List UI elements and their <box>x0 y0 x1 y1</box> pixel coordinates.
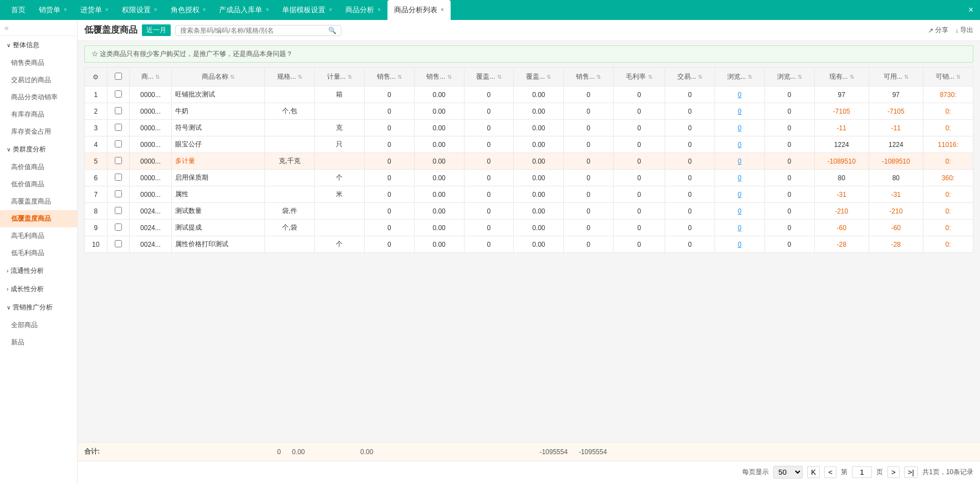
nav-product-analysis-list[interactable]: 商品分析列表 × <box>387 0 451 20</box>
row-browse1[interactable]: 0 <box>714 103 764 120</box>
sidebar-item-traded-goods[interactable]: 交易过的商品 <box>0 72 77 89</box>
next-page-button[interactable]: > <box>887 466 900 478</box>
row-coverage1: 0 <box>464 120 514 136</box>
share-button[interactable]: ↗ 分享 <box>928 26 948 35</box>
sidebar-item-instock-goods[interactable]: 有库存商品 <box>0 106 77 123</box>
sales-qty-column-header[interactable]: 销售... ⇅ <box>364 68 414 87</box>
nav-sales-order[interactable]: 销货单 × <box>32 0 74 20</box>
sidebar-item-sales-goods[interactable]: 销售类商品 <box>0 54 77 72</box>
row-browse1[interactable]: 0 <box>714 203 764 220</box>
browse1-column-header[interactable]: 浏览... ⇅ <box>714 68 764 87</box>
close-icon[interactable]: × <box>203 0 206 20</box>
nav-product-inbound[interactable]: 产成品入库单 × <box>212 0 275 20</box>
row-browse1[interactable]: 0 <box>714 220 764 236</box>
browse2-column-header[interactable]: 浏览... ⇅ <box>764 68 814 87</box>
export-button[interactable]: ↓ 导出 <box>955 26 973 35</box>
nav-template-settings[interactable]: 单据模板设置 × <box>275 0 339 20</box>
close-icon[interactable]: × <box>377 0 381 20</box>
sidebar-section-growth[interactable]: › 成长性分析 <box>0 280 77 298</box>
row-coverage2: 0.00 <box>514 203 564 220</box>
page-input[interactable] <box>852 466 872 478</box>
close-icon[interactable]: × <box>266 0 269 20</box>
row-name[interactable]: 符号测试 <box>172 120 265 136</box>
row-checkbox[interactable] <box>107 103 129 120</box>
time-filter-badge[interactable]: 近一月 <box>142 24 171 36</box>
sidebar-section-marketing[interactable]: ∨ 营销推广分析 <box>0 298 77 317</box>
row-browse1[interactable]: 0 <box>714 136 764 153</box>
sidebar-item-high-gross[interactable]: 高毛利商品 <box>0 227 77 245</box>
available-column-header[interactable]: 可用... ⇅ <box>869 68 923 87</box>
coverage1-column-header[interactable]: 覆盖... ⇅ <box>464 68 514 87</box>
name-column-header[interactable]: 商品名称 ⇅ <box>172 68 265 87</box>
sales3-column-header[interactable]: 销售... ⇅ <box>564 68 614 87</box>
unit-column-header[interactable]: 计量... ⇅ <box>314 68 364 87</box>
row-name[interactable]: 牛奶 <box>172 103 265 120</box>
row-checkbox[interactable] <box>107 186 129 203</box>
nav-home[interactable]: 首页 <box>4 0 32 20</box>
code-column-header[interactable]: 商... ⇅ <box>129 68 172 87</box>
nav-purchase-order[interactable]: 进货单 × <box>74 0 115 20</box>
close-icon[interactable]: × <box>64 0 67 20</box>
row-browse1[interactable]: 0 <box>714 120 764 136</box>
search-input[interactable] <box>180 27 328 34</box>
row-num: 9 <box>85 220 108 236</box>
close-icon[interactable]: × <box>329 0 332 20</box>
sidebar-collapse-button[interactable]: « <box>4 23 9 32</box>
sidebar-item-high-coverage[interactable]: 高覆盖度商品 <box>0 193 77 210</box>
row-checkbox[interactable] <box>107 153 129 170</box>
current-column-header[interactable]: 现有... ⇅ <box>814 68 869 87</box>
per-page-select[interactable]: 50 20 100 <box>773 466 803 479</box>
close-icon[interactable]: × <box>441 0 444 20</box>
search-icon[interactable]: 🔍 <box>328 27 336 34</box>
row-browse1[interactable]: 0 <box>714 87 764 103</box>
sidebar-item-high-value[interactable]: 高价值商品 <box>0 159 77 176</box>
row-name[interactable]: 旺铺批次测试 <box>172 87 265 103</box>
nav-role-auth[interactable]: 角色授权 × <box>164 0 213 20</box>
row-name[interactable]: 属性价格打印测试 <box>172 236 265 253</box>
sidebar-section-circulation[interactable]: › 流通性分析 <box>0 262 77 280</box>
row-checkbox[interactable] <box>107 120 129 136</box>
sellable-column-header[interactable]: 可销... ⇅ <box>923 68 973 87</box>
settings-column-header[interactable]: ⚙ <box>85 68 108 87</box>
row-name[interactable]: 测试数量 <box>172 203 265 220</box>
row-name[interactable]: 多计量 <box>172 153 265 170</box>
last-page-button[interactable]: >| <box>904 466 918 478</box>
sidebar-item-category-rate[interactable]: 商品分类动销率 <box>0 89 77 106</box>
row-checkbox[interactable] <box>107 136 129 153</box>
row-name[interactable]: 属性 <box>172 186 265 203</box>
sidebar-item-all-goods[interactable]: 全部商品 <box>0 317 77 334</box>
row-browse1[interactable]: 0 <box>714 236 764 253</box>
sidebar-item-inventory-funds[interactable]: 库存资金占用 <box>0 123 77 140</box>
gross-rate-column-header[interactable]: 毛利率 ⇅ <box>614 68 665 87</box>
spec-column-header[interactable]: 规格... ⇅ <box>265 68 315 87</box>
nav-product-analysis[interactable]: 商品分析 × <box>339 0 387 20</box>
close-all-tabs-button[interactable]: × <box>968 5 973 15</box>
row-checkbox[interactable] <box>107 170 129 186</box>
close-icon[interactable]: × <box>105 0 109 20</box>
sidebar-section-overall[interactable]: ∨ 整体信息 <box>0 36 77 54</box>
sidebar-item-low-coverage[interactable]: 低覆盖度商品 <box>0 210 77 227</box>
settings-icon[interactable]: ⚙ <box>93 73 99 81</box>
row-browse1[interactable]: 0 <box>714 170 764 186</box>
sidebar-item-low-gross[interactable]: 低毛利商品 <box>0 245 77 262</box>
sales-amt-column-header[interactable]: 销售... ⇅ <box>414 68 464 87</box>
first-page-button[interactable]: K <box>807 466 820 478</box>
sidebar-section-cluster[interactable]: ∨ 类群度分析 <box>0 140 77 159</box>
row-checkbox[interactable] <box>107 87 129 103</box>
coverage2-column-header[interactable]: 覆盖... ⇅ <box>514 68 564 87</box>
trade-column-header[interactable]: 交易... ⇅ <box>665 68 715 87</box>
row-name[interactable]: 测试提成 <box>172 220 265 236</box>
row-browse1[interactable]: 0 <box>714 186 764 203</box>
sidebar-item-new-goods[interactable]: 新品 <box>0 334 77 351</box>
row-checkbox[interactable] <box>107 236 129 253</box>
sidebar-item-low-value[interactable]: 低价值商品 <box>0 176 77 193</box>
row-checkbox[interactable] <box>107 203 129 220</box>
row-name[interactable]: 启用保质期 <box>172 170 265 186</box>
row-checkbox[interactable] <box>107 220 129 236</box>
select-all-checkbox[interactable] <box>115 73 122 80</box>
close-icon[interactable]: × <box>154 0 157 20</box>
row-browse1[interactable]: 0 <box>714 153 764 170</box>
prev-page-button[interactable]: < <box>824 466 836 478</box>
row-name[interactable]: 眼宝公仔 <box>172 136 265 153</box>
nav-permission-settings[interactable]: 权限设置 × <box>115 0 164 20</box>
